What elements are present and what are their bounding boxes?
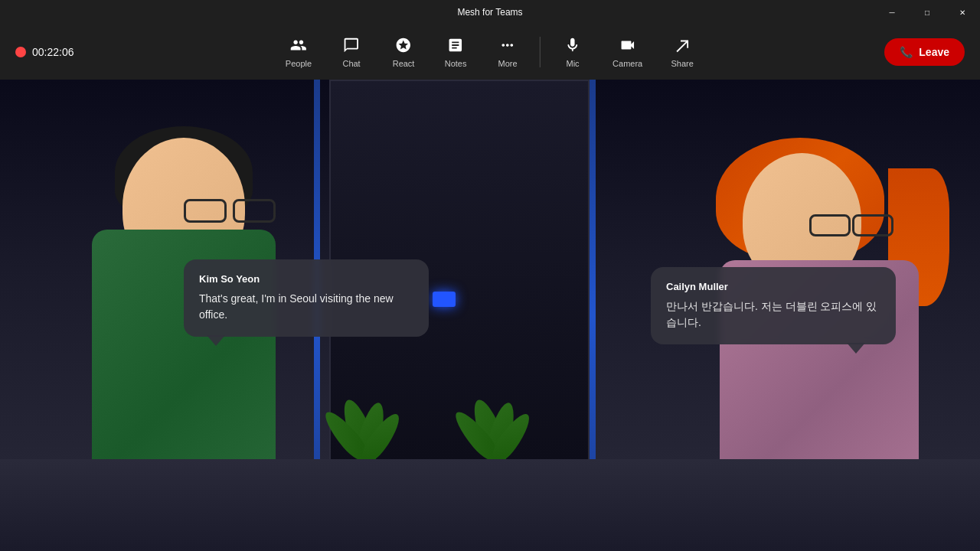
react-button[interactable]: React xyxy=(381,32,426,73)
toolbar-center: People Chat React Notes xyxy=(275,32,705,73)
title-bar: Mesh for Teams ─ □ ✕ xyxy=(0,0,980,24)
notes-button[interactable]: Notes xyxy=(433,32,479,73)
leave-button[interactable]: 📞 Leave xyxy=(884,38,965,66)
scene-background: Kim So Yeon That's great, I'm in Seoul v… xyxy=(0,80,980,551)
share-icon xyxy=(674,37,691,56)
toolbar-separator xyxy=(540,37,541,67)
avatar-right-glasses xyxy=(805,214,897,236)
notes-label: Notes xyxy=(445,59,467,68)
speaker-name-right: Cailyn Muller xyxy=(666,281,880,292)
react-icon xyxy=(395,37,412,56)
main-content: Kim So Yeon That's great, I'm in Seoul v… xyxy=(0,80,980,551)
recording-indicator: 00:22:06 xyxy=(15,46,74,58)
close-button[interactable]: ✕ xyxy=(945,0,980,24)
toolbar-right: 📞 Leave xyxy=(884,38,965,66)
speaker-name-left: Kim So Yeon xyxy=(199,273,413,285)
people-icon xyxy=(290,37,307,56)
people-button[interactable]: People xyxy=(275,32,322,73)
blue-glow-element xyxy=(433,292,456,307)
share-button[interactable]: Share xyxy=(659,32,705,73)
leave-phone-icon: 📞 xyxy=(900,46,913,58)
window-controls: ─ □ ✕ xyxy=(874,0,980,24)
more-button[interactable]: More xyxy=(485,32,531,73)
speech-text-left: That's great, I'm in Seoul visiting the … xyxy=(199,291,413,323)
share-label: Share xyxy=(671,59,694,68)
chat-label: Chat xyxy=(342,59,360,68)
camera-icon xyxy=(619,37,636,56)
recording-dot xyxy=(15,47,26,57)
chat-button[interactable]: Chat xyxy=(328,32,374,73)
speech-bubble-left: Kim So Yeon That's great, I'm in Seoul v… xyxy=(184,259,429,337)
speech-text-right: 만나서 반갑습니다. 저는 더블린 오피스에 있습니다. xyxy=(666,298,880,331)
camera-button[interactable]: Camera xyxy=(602,32,653,73)
mic-icon xyxy=(564,37,581,56)
minimize-button[interactable]: ─ xyxy=(874,0,910,24)
people-label: People xyxy=(286,59,312,68)
mic-label: Mic xyxy=(567,59,580,68)
chat-icon xyxy=(343,37,360,56)
camera-label: Camera xyxy=(612,59,642,68)
leave-label: Leave xyxy=(919,46,949,58)
toolbar: 00:22:06 People Chat React xyxy=(0,24,980,80)
react-label: React xyxy=(393,59,415,68)
mic-button[interactable]: Mic xyxy=(550,32,596,73)
window-title: Mesh for Teams xyxy=(457,7,522,18)
recording-time: 00:22:06 xyxy=(32,46,74,58)
more-icon xyxy=(499,37,516,56)
avatar-left-glasses xyxy=(180,199,279,222)
notes-icon xyxy=(447,37,464,56)
maximize-button[interactable]: □ xyxy=(910,0,945,24)
more-label: More xyxy=(498,59,518,68)
speech-bubble-right: Cailyn Muller 만나서 반갑습니다. 저는 더블린 오피스에 있습니… xyxy=(651,267,896,344)
scene-floor xyxy=(0,459,980,551)
